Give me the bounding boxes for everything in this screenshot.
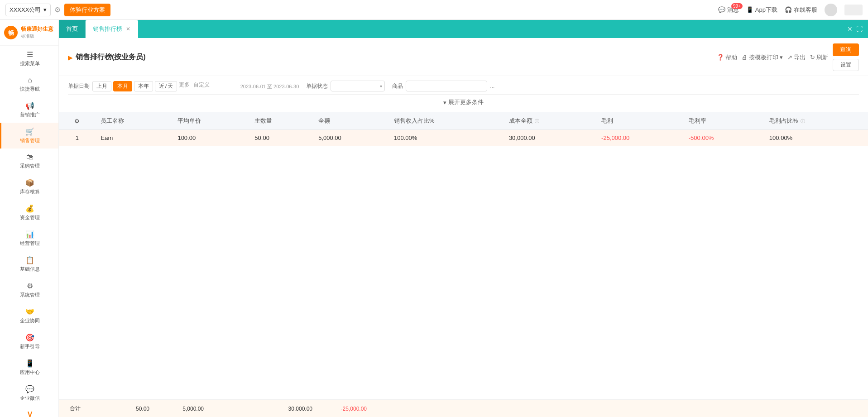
footer-amount: 5,000.00	[155, 406, 209, 412]
avatar[interactable]	[825, 4, 837, 16]
goods-more[interactable]: ...	[490, 83, 494, 89]
expand-more-btn[interactable]: ▾ 展开更多条件	[68, 97, 859, 107]
cell-avg-price: 100.00	[172, 130, 249, 146]
search-menu-icon: ☰	[27, 50, 33, 59]
expand-icon[interactable]: ▶	[68, 54, 73, 61]
col-qty: 主数量	[249, 112, 313, 130]
gross-pct-help-icon[interactable]: ⓘ	[801, 119, 805, 124]
sidebar-item-purchase[interactable]: 🛍 采购管理	[0, 149, 58, 174]
purchase-icon: 🛍	[26, 153, 34, 161]
print-icon: 🖨	[742, 54, 748, 61]
date-prev-btn[interactable]: 上月	[92, 81, 111, 91]
status-select-wrapper	[331, 81, 385, 91]
sidebar-item-inventory[interactable]: 📦 库存核算	[0, 174, 58, 200]
export-btn[interactable]: ↗ 导出	[787, 53, 806, 62]
sidebar-item-guide[interactable]: 🎯 新手引导	[0, 329, 58, 355]
settings-btn[interactable]: 设置	[833, 59, 859, 71]
message-btn[interactable]: 💬 消息 99+	[718, 6, 739, 14]
table-footer: 合计 50.00 5,000.00 30,000.00 -25,000.00	[59, 399, 868, 417]
app-center-icon: 📱	[25, 359, 34, 368]
tab-expand-icon[interactable]: ⛶	[856, 25, 863, 33]
sidebar-item-enterprise[interactable]: 🤝 企业协同	[0, 303, 58, 329]
system-icon: ⚙	[27, 282, 33, 290]
app-download-btn[interactable]: 📱 App下载	[746, 6, 777, 14]
footer-cost-spacer	[209, 406, 264, 412]
cell-cost: 30,000.00	[504, 130, 596, 146]
data-table: ⚙ 员工名称 平均单价 主数量	[59, 112, 868, 146]
message-badge: 99+	[731, 3, 743, 9]
company-selector[interactable]: XXXXX公司 ▾	[5, 4, 51, 16]
sidebar-item-operation[interactable]: 📊 经营管理	[0, 225, 58, 251]
col-amount: 全额	[313, 112, 388, 130]
tab-home[interactable]: 首页	[59, 20, 86, 38]
tab-close-icon[interactable]: ✕	[126, 26, 130, 32]
col-settings[interactable]: ⚙	[59, 112, 95, 130]
top-bar-right: 💬 消息 99+ 📱 App下载 🎧 在线客服	[718, 4, 863, 16]
cell-gross: -25,000.00	[596, 130, 683, 146]
page-header: ▶ 销售排行榜(按业务员) ❓ 帮助 🖨 按模板打印 ▾	[59, 38, 868, 76]
refresh-btn[interactable]: ↻ 刷新	[810, 53, 828, 62]
operation-icon: 📊	[25, 230, 34, 239]
query-btn-area: 查询 设置	[833, 43, 859, 71]
template-print-btn[interactable]: 🖨 按模板打印 ▾	[742, 53, 783, 62]
sidebar-item-wechat[interactable]: 💬 企业微信	[0, 380, 58, 406]
logo-icon: 畅	[4, 25, 18, 40]
sidebar-item-finance[interactable]: 💰 资金管理	[0, 200, 58, 225]
col-revenue-pct: 销售收入占比%	[388, 112, 504, 130]
status-label: 单据状态	[306, 82, 328, 90]
export-icon: ↗	[787, 54, 792, 61]
cell-gross-rate: -500.00%	[683, 130, 764, 146]
help-icon: ❓	[717, 54, 724, 61]
sidebar-item-search[interactable]: ☰ 搜索菜单	[0, 46, 58, 72]
sidebar-item-basic-info[interactable]: 📋 基础信息	[0, 251, 58, 277]
page-title-row: ▶ 销售排行榜(按业务员) ❓ 帮助 🖨 按模板打印 ▾	[68, 43, 859, 76]
goods-input[interactable]	[406, 81, 487, 91]
member-icon: V	[28, 411, 33, 417]
content-area: 首页 销售排行榜 ✕ ✕ ⛶ ▶ 销售排行榜(按业务员)	[59, 20, 868, 417]
col-gross-rate: 毛利率	[683, 112, 764, 130]
finance-icon: 💰	[25, 204, 34, 213]
sidebar-item-system[interactable]: ⚙ 系统管理	[0, 277, 58, 303]
table-settings-icon[interactable]: ⚙	[74, 118, 80, 125]
sidebar-item-sales[interactable]: 🛒 销售管理	[0, 123, 58, 149]
filter-row: 单据日期 上月 本月 本年 近7天 更多 自定义 2023-06-01 至 20…	[68, 81, 859, 91]
date-more-link[interactable]: 更多	[179, 81, 190, 91]
col-avg-price: 平均单价	[172, 112, 249, 130]
help-btn[interactable]: ❓ 帮助	[717, 53, 737, 62]
settings-icon[interactable]: ⚙	[54, 5, 61, 14]
page-content: ▶ 销售排行榜(按业务员) ❓ 帮助 🖨 按模板打印 ▾	[59, 38, 868, 417]
sidebar-logo: 畅 畅康通好生意 标准版	[0, 20, 58, 46]
online-service-btn[interactable]: 🎧 在线客服	[785, 6, 817, 14]
sidebar-item-app-center[interactable]: 📱 应用中心	[0, 355, 58, 380]
phone-icon: 📱	[746, 6, 753, 13]
date-filter: 单据日期 上月 本月 本年 近7天 更多 自定义 2023-06-01 至 20…	[68, 81, 299, 91]
online-service-label: 在线客服	[794, 6, 817, 14]
wechat-icon: 💬	[25, 385, 34, 393]
status-filter: 单据状态	[306, 81, 385, 91]
tab-bar: 首页 销售排行榜 ✕ ✕ ⛶	[59, 20, 868, 38]
query-btn[interactable]: 查询	[833, 43, 859, 56]
sidebar-item-quick-nav[interactable]: ⌂ 快捷导航	[0, 72, 58, 97]
svg-text:畅: 畅	[8, 29, 14, 36]
tab-close-all-icon[interactable]: ✕	[847, 25, 853, 33]
sidebar-item-marketing[interactable]: 📢 营销推广	[0, 97, 58, 123]
cell-qty: 50.00	[249, 130, 313, 146]
sidebar-item-member[interactable]: V 畅会员	[0, 406, 58, 417]
date-cur-btn[interactable]: 本月	[113, 81, 132, 91]
expand-more-icon: ▾	[443, 99, 446, 106]
company-name: XXXXX公司	[10, 6, 41, 14]
table-body: 1 Eam 100.00 50.00	[59, 130, 868, 146]
status-select[interactable]	[331, 81, 385, 91]
date-7days-btn[interactable]: 近7天	[155, 81, 177, 91]
page-actions: ❓ 帮助 🖨 按模板打印 ▾ ↗ 导出 ↻	[717, 43, 859, 71]
trial-btn[interactable]: 体验行业方案	[64, 4, 110, 16]
headset-icon: 🎧	[785, 6, 792, 13]
app-download-label: App下载	[755, 6, 777, 14]
inventory-icon: 📦	[25, 178, 34, 187]
date-year-btn[interactable]: 本年	[134, 81, 153, 91]
cost-help-icon[interactable]: ⓘ	[535, 119, 539, 124]
basic-info-icon: 📋	[25, 256, 34, 264]
cell-name: Eam	[95, 130, 172, 146]
date-custom-link[interactable]: 自定义	[193, 81, 210, 91]
tab-sales-rank[interactable]: 销售排行榜 ✕	[86, 20, 138, 38]
